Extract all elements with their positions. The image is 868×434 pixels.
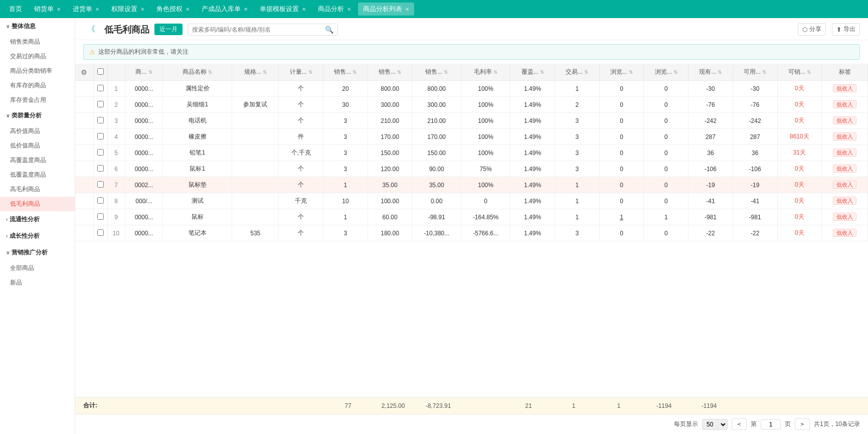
col-current[interactable]: 现有...⇅ — [688, 64, 733, 81]
prev-page-btn[interactable]: ＜ — [732, 418, 747, 430]
row-checkbox-cell[interactable] — [93, 209, 107, 225]
row-checkbox[interactable] — [97, 181, 104, 188]
sidebar-item-traded[interactable]: 交易过的商品 — [0, 49, 75, 64]
row-checkbox[interactable] — [97, 133, 104, 139]
nav-product-close[interactable]: ✕ — [244, 7, 248, 12]
per-page-select[interactable]: 50 100 200 — [702, 419, 728, 430]
export-button[interactable]: ⬆ 导出 — [832, 23, 860, 36]
row-checkbox-cell[interactable] — [93, 113, 107, 129]
row-coverage: 1.49% — [510, 177, 555, 193]
select-all-checkbox[interactable] — [97, 68, 104, 75]
row-checkbox-cell[interactable] — [93, 145, 107, 161]
main-content: 《 低毛利商品 近一月 🔍 ⬡ 分享 ⬆ 导出 ⚠ 这部分商品的利润非常低， — [75, 18, 868, 434]
sidebar-item-low-coverage[interactable]: 低覆盖度商品 — [0, 168, 75, 182]
col-name[interactable]: 商品名称⇅ — [163, 64, 232, 81]
nav-permissions[interactable]: 权限设置 ✕ — [106, 3, 149, 16]
row-checkbox[interactable] — [97, 165, 104, 172]
nav-template-close[interactable]: ✕ — [302, 7, 306, 12]
row-checkbox-cell[interactable] — [93, 177, 107, 193]
row-checkbox[interactable] — [97, 101, 104, 107]
nav-purchase[interactable]: 进货单 ✕ — [68, 3, 104, 16]
search-icon[interactable]: 🔍 — [325, 26, 333, 34]
page-number-input[interactable] — [761, 419, 781, 429]
row-checkbox-cell[interactable] — [93, 129, 107, 145]
footer-sales-price: 2,125.00 — [373, 402, 413, 409]
row-checkbox-cell[interactable] — [93, 81, 107, 97]
nav-purchase-close[interactable]: ✕ — [95, 7, 99, 12]
sidebar-item-sales[interactable]: 销售类商品 — [0, 35, 75, 49]
row-spec — [232, 145, 279, 161]
nav-goods-analysis[interactable]: 商品分析 ✕ — [313, 3, 356, 16]
col-sales-price[interactable]: 销售...⇅ — [368, 64, 412, 81]
share-button[interactable]: ⬡ 分享 — [798, 23, 826, 36]
nav-permissions-close[interactable]: ✕ — [140, 7, 144, 12]
row-sales-profit: -98.91 — [412, 209, 461, 225]
nav-template[interactable]: 单据模板设置 ✕ — [255, 3, 311, 16]
nav-goods-list-close[interactable]: ✕ — [405, 7, 409, 12]
sidebar-group-overview[interactable]: ∨ 整体信息 — [0, 18, 75, 35]
sidebar-group-marketing[interactable]: ∨ 营销推广分析 — [0, 244, 75, 261]
nav-goods-list[interactable]: 商品分析列表 ✕ — [358, 3, 414, 16]
col-sales-qty[interactable]: 销售...⇅ — [323, 64, 368, 81]
col-coverage[interactable]: 覆盖...⇅ — [510, 64, 555, 81]
sidebar-item-low-value[interactable]: 低价值商品 — [0, 138, 75, 153]
table-row: 1 0000... 属性定价 个 20 800.00 800.00 100% 1… — [75, 81, 868, 97]
row-checkbox[interactable] — [97, 213, 104, 220]
col-tag[interactable]: 标签 — [822, 64, 868, 81]
sidebar-group-growth[interactable]: › 成长性分析 — [0, 228, 75, 244]
col-trade[interactable]: 交易...⇅ — [555, 64, 599, 81]
col-browse1[interactable]: 浏览...⇅ — [599, 64, 644, 81]
row-sales-profit: 800.00 — [412, 81, 461, 97]
sidebar-item-low-margin[interactable]: 低毛利商品 — [0, 197, 75, 211]
row-checkbox[interactable] — [97, 117, 104, 123]
nav-roles-close[interactable]: ✕ — [186, 7, 190, 12]
col-settings[interactable]: ⚙ — [75, 64, 93, 81]
col-available[interactable]: 可用...⇅ — [733, 64, 777, 81]
row-unit: 件 — [279, 129, 323, 145]
row-checkbox-cell[interactable] — [93, 193, 107, 209]
nav-product-entry[interactable]: 产成品入库单 ✕ — [197, 3, 253, 16]
row-checkbox[interactable] — [97, 85, 104, 91]
col-spec[interactable]: 规格...⇅ — [232, 64, 279, 81]
row-checkbox-cell[interactable] — [93, 97, 107, 113]
row-checkbox-cell[interactable] — [93, 225, 107, 241]
sidebar-item-high-margin[interactable]: 高毛利商品 — [0, 182, 75, 197]
col-browse2[interactable]: 浏览...⇅ — [644, 64, 688, 81]
row-settings-cell — [75, 177, 93, 193]
row-num: 5 — [107, 145, 125, 161]
sidebar-group-cluster[interactable]: ∨ 类群量分析 — [0, 107, 75, 124]
row-available: -30 — [733, 81, 777, 97]
nav-sales[interactable]: 销货单 ✕ — [29, 3, 66, 16]
sidebar-group-flow[interactable]: › 流通性分析 — [0, 211, 75, 228]
row-checkbox-cell[interactable] — [93, 161, 107, 177]
next-page-btn[interactable]: ＞ — [795, 418, 810, 430]
nav-goods-close[interactable]: ✕ — [347, 7, 351, 12]
row-saleable: 0天 — [777, 81, 822, 97]
sidebar-item-high-coverage[interactable]: 高覆盖度商品 — [0, 153, 75, 168]
nav-sales-close[interactable]: ✕ — [57, 7, 61, 12]
nav-roles[interactable]: 角色授权 ✕ — [151, 3, 195, 16]
col-code[interactable]: 商...⇅ — [125, 64, 163, 81]
nav-home[interactable]: 首页 — [4, 3, 27, 16]
row-code: 0002... — [125, 177, 163, 193]
col-sales-profit[interactable]: 销售...⇅ — [412, 64, 461, 81]
row-checkbox[interactable] — [97, 197, 104, 204]
col-saleable[interactable]: 可销...⇅ — [777, 64, 822, 81]
sidebar-item-category-rate[interactable]: 商品分类助销率 — [0, 64, 75, 78]
sidebar-item-all-products[interactable]: 全部商品 — [0, 261, 75, 275]
row-checkbox[interactable] — [97, 149, 104, 156]
col-checkbox[interactable] — [93, 64, 107, 81]
row-name: 鼠标1 — [163, 161, 232, 177]
sidebar-item-new-products[interactable]: 新品 — [0, 275, 75, 290]
search-input[interactable] — [192, 26, 325, 33]
col-unit[interactable]: 计量...⇅ — [279, 64, 323, 81]
row-current: 36 — [688, 145, 733, 161]
sidebar-item-inventory-capital[interactable]: 库存资金占用 — [0, 93, 75, 107]
row-checkbox[interactable] — [97, 229, 104, 236]
sidebar-item-high-value[interactable]: 高价值商品 — [0, 124, 75, 138]
sidebar-item-in-stock[interactable]: 有库存的商品 — [0, 78, 75, 93]
row-browse1[interactable]: 1 — [599, 209, 644, 225]
time-filter-button[interactable]: 近一月 — [154, 24, 183, 35]
sidebar-collapse-btn[interactable]: 《 — [83, 24, 99, 35]
col-gross-rate[interactable]: 毛利率⇅ — [461, 64, 510, 81]
